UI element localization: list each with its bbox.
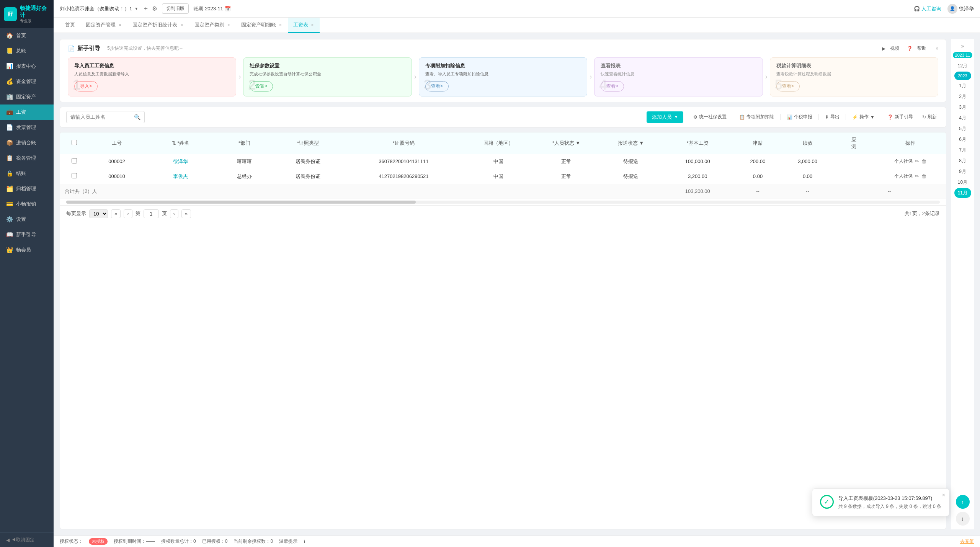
delete-icon-2[interactable]: 🗑 (921, 173, 926, 179)
year-item-2023[interactable]: 2023 (954, 72, 971, 80)
social-insurance-link-2[interactable]: 个人社保 (894, 173, 913, 180)
tax-report-label: 个税申报 (794, 114, 812, 120)
tab-depreciation-close[interactable]: × (180, 22, 183, 28)
tax-report-button[interactable]: 📊 个税申报 (784, 112, 815, 122)
horizontal-scrollbar[interactable] (60, 199, 946, 205)
month-item-jun[interactable]: 6月 (954, 134, 971, 144)
settings-gear-icon[interactable]: ⚙ (152, 5, 157, 12)
wizard-btn[interactable]: ❓ 新手引导 (884, 112, 916, 122)
tab-fixed-category[interactable]: 固定资产类别 × (189, 18, 236, 33)
sidebar-item-home[interactable]: 🏠 首页 (0, 28, 54, 43)
sidebar-item-invoice[interactable]: 📄 发票管理 (0, 120, 54, 135)
add-account-icon[interactable]: ＋ (143, 5, 149, 13)
edit-icon-1[interactable]: ✏ (915, 158, 919, 164)
tab-depreciation[interactable]: 固定资产折旧统计表 × (127, 18, 189, 33)
help-label[interactable]: 帮助 (917, 45, 926, 52)
name-1[interactable]: 徐泽华 (145, 154, 216, 169)
ops-2: 个人社保 ✏ 🗑 (875, 169, 946, 184)
account-selector[interactable]: 刘小艳演示账套（勿删勿动！）1 ▼ (60, 5, 138, 12)
topbar: 刘小艳演示账套（勿删勿动！）1 ▼ ＋ ⚙ 切到旧版 账期 2023-11 📅 … (54, 0, 980, 18)
page-input[interactable] (144, 209, 159, 218)
month-item-dec[interactable]: 12月 (954, 61, 971, 71)
name-link-1[interactable]: 徐泽华 (173, 158, 188, 164)
tab-fixed-assets[interactable]: 固定资产管理 × (80, 18, 127, 33)
sidebar-item-wizard[interactable]: 📖 新手引导 (0, 227, 54, 242)
video-label[interactable]: 视频 (890, 45, 899, 52)
month-item-jul[interactable]: 7月 (954, 145, 971, 155)
delete-icon-1[interactable]: 🗑 (921, 158, 926, 164)
th-name[interactable]: ⇅ *姓名 (145, 132, 216, 154)
right-panel-toggle[interactable]: » (961, 43, 964, 49)
sidebar-item-ledger[interactable]: 📒 总账 (0, 43, 54, 59)
refresh-button[interactable]: ↻ 刷新 (919, 112, 940, 122)
tab-fixed-detail-close[interactable]: × (278, 22, 282, 28)
sidebar-item-payroll[interactable]: 💼 工资 (0, 105, 54, 120)
sidebar-footer-collapse[interactable]: ◀ ◀取消固定 (0, 532, 54, 547)
month-item-aug[interactable]: 8月 (954, 156, 971, 166)
row-checkbox-1[interactable] (60, 154, 88, 169)
sidebar-item-archive[interactable]: 🗂️ 归档管理 (0, 181, 54, 196)
select-all-checkbox[interactable] (72, 140, 77, 145)
pagination-total: 共1页，2条记录 (905, 210, 940, 217)
user-profile[interactable]: 👤 徐泽华 (947, 4, 974, 14)
sidebar-item-inventory[interactable]: 📦 进销台账 (0, 135, 54, 150)
service-button[interactable]: 🎧 人工咨询 (914, 5, 941, 12)
tab-payroll-close[interactable]: × (310, 22, 314, 28)
row-1-checkbox[interactable] (72, 158, 77, 163)
month-item-may[interactable]: 5月 (954, 124, 971, 134)
period-selector[interactable]: 账期 2023-11 📅 (193, 5, 231, 12)
social-insurance-link-1[interactable]: 个人社保 (894, 158, 913, 165)
name-2[interactable]: 李俊杰 (145, 169, 216, 184)
tab-fixed-detail[interactable]: 固定资产明细账 × (236, 18, 287, 33)
archive-icon: 🗂️ (6, 185, 13, 192)
th-person-status[interactable]: *人员状态 ▼ (533, 132, 599, 154)
wizard-close-icon[interactable]: × (936, 46, 938, 51)
sidebar-item-funds[interactable]: 💰 资金管理 (0, 74, 54, 89)
right-panel-icon-2[interactable]: ↓ (956, 512, 970, 526)
sidebar-item-close[interactable]: 🔒 结账 (0, 166, 54, 181)
special-deduct-button[interactable]: 📋 专项附加扣除 (736, 112, 777, 122)
last-page-button[interactable]: » (181, 209, 191, 218)
search-box[interactable]: 🔍 (66, 111, 145, 123)
charge-link[interactable]: 去充值 (960, 538, 974, 545)
sidebar-item-expense[interactable]: 💳 小畅报销 (0, 196, 54, 212)
tab-fixed-assets-close[interactable]: × (118, 22, 122, 28)
right-panel-icon-1[interactable]: ↑ (956, 495, 970, 509)
sidebar-item-tax[interactable]: 📋 税务管理 (0, 150, 54, 166)
prev-page-button[interactable]: ‹ (124, 209, 132, 218)
tab-fixed-category-close[interactable]: × (227, 22, 230, 28)
row-2-checkbox[interactable] (72, 173, 77, 178)
operations-dropdown[interactable]: ⚡ 操作 ▼ (849, 112, 878, 122)
edit-icon-2[interactable]: ✏ (915, 173, 919, 179)
summary-perf: -- (782, 184, 833, 199)
sidebar-item-assets[interactable]: 🏢 固定资产 (0, 89, 54, 105)
tab-payroll[interactable]: 工资表 × (288, 18, 320, 33)
page-size-select[interactable]: 10 20 50 (89, 209, 108, 218)
sidebar-item-reports[interactable]: 📊 报表中心 (0, 59, 54, 74)
th-send-status[interactable]: 报送状态 ▼ (599, 132, 662, 154)
add-person-button[interactable]: 添加人员 ▼ (647, 111, 683, 123)
month-item-jan[interactable]: 1月 (954, 81, 971, 91)
search-input[interactable] (70, 114, 132, 120)
month-item-sep[interactable]: 9月 (954, 167, 971, 176)
month-item-apr[interactable]: 4月 (954, 113, 971, 123)
month-item-oct[interactable]: 10月 (954, 177, 971, 187)
first-page-button[interactable]: « (111, 209, 121, 218)
th-checkbox[interactable] (60, 132, 88, 154)
row-checkbox-2[interactable] (60, 169, 88, 184)
month-item-feb[interactable]: 2月 (954, 91, 971, 101)
tab-home[interactable]: 首页 (60, 18, 80, 33)
month-item-nov[interactable]: 11月 (954, 188, 971, 198)
sidebar-item-vip[interactable]: 👑 畅会员 (0, 242, 54, 258)
name-link-2[interactable]: 李俊杰 (173, 173, 188, 179)
sidebar-item-settings[interactable]: ⚙️ 设置 (0, 212, 54, 227)
export-button[interactable]: ⬇ 导出 (822, 112, 843, 122)
month-item-mar[interactable]: 3月 (954, 102, 971, 112)
table-scroll-area[interactable]: 工号 ⇅ *姓名 *部门 *证照类型 *证照号码 国籍（地区） (60, 132, 946, 199)
dept-2: 总经办 (216, 169, 273, 184)
next-page-button[interactable]: › (170, 209, 178, 218)
video-help-icon: ▶ (882, 46, 885, 51)
social-insurance-button[interactable]: ⚙ 统一社保设置 (690, 112, 730, 122)
toast-close-button[interactable]: × (942, 492, 945, 498)
old-version-button[interactable]: 切到旧版 (162, 3, 189, 14)
